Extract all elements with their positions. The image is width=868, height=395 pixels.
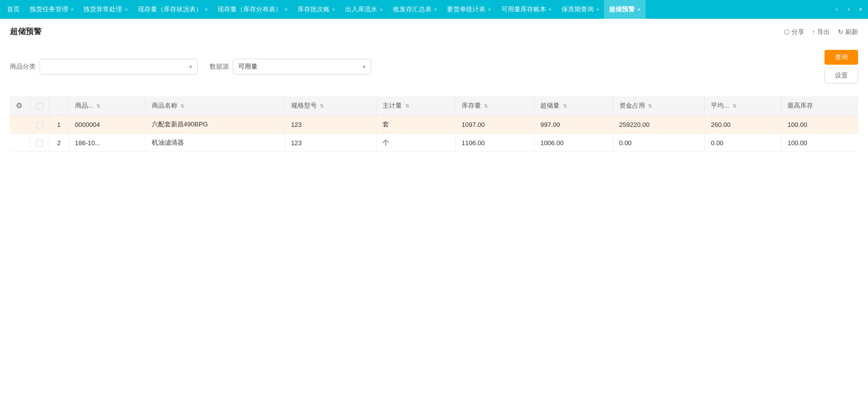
row1-overstock: 997.00 bbox=[534, 116, 613, 134]
close-task-mgmt[interactable]: × bbox=[71, 6, 74, 12]
close-in-out-flow[interactable]: × bbox=[380, 6, 383, 12]
settings-button[interactable]: 设置 bbox=[825, 68, 858, 83]
close-order-stat[interactable]: × bbox=[488, 6, 491, 12]
filter-buttons: 查询 设置 bbox=[825, 50, 858, 83]
row2-product-name: 机油滤清器 bbox=[145, 134, 285, 152]
sort-capital-icon: ⇅ bbox=[648, 103, 652, 109]
nav-overstock-warning[interactable]: 超储预警 × bbox=[604, 0, 645, 19]
row2-unit: 个 bbox=[377, 134, 455, 152]
row1-avg: 260.00 bbox=[705, 116, 781, 134]
row2-num: 2 bbox=[49, 134, 69, 152]
export-link[interactable]: ↑ 导出 bbox=[812, 28, 830, 37]
nav-batch-account[interactable]: 库存批次账 × bbox=[293, 0, 340, 19]
nav-inventory-dist[interactable]: 现存量（库存分布表） × bbox=[213, 0, 292, 19]
row1-settings-cell bbox=[10, 116, 30, 134]
close-available-account[interactable]: × bbox=[549, 6, 552, 12]
row1-spec: 123 bbox=[285, 116, 377, 134]
nav-inventory-status[interactable]: 现存量（库存状况表） × bbox=[133, 0, 213, 19]
row1-checkbox-cell[interactable] bbox=[30, 116, 49, 134]
datasource-value: 可用量 bbox=[238, 62, 258, 71]
page-title: 超储预警 bbox=[10, 27, 42, 37]
nav-home[interactable]: 首页 bbox=[2, 0, 25, 19]
row2-overstock: 1006.00 bbox=[534, 134, 613, 152]
row1-max-stock: 100.00 bbox=[781, 116, 858, 134]
close-collect-total[interactable]: × bbox=[434, 6, 437, 12]
row2-settings-cell bbox=[10, 134, 30, 152]
table-row: 1 0000004 六配套新昌490BPG 123 套 1097.00 997.… bbox=[10, 116, 858, 134]
header-actions: ⬡ 分享 ↑ 导出 ↻ 刷新 bbox=[784, 28, 859, 37]
nav-abnormal[interactable]: 拣货异常处理 × bbox=[79, 0, 132, 19]
row1-checkbox[interactable] bbox=[36, 121, 43, 128]
nav-quality-check[interactable]: 保质期查询 × bbox=[557, 0, 604, 19]
sort-product-code-icon: ⇅ bbox=[96, 103, 100, 109]
category-filter: 商品分类 ▾ bbox=[10, 59, 198, 75]
nav-in-out-flow[interactable]: 出入库流水 × bbox=[340, 0, 388, 19]
export-icon: ↑ bbox=[812, 28, 816, 36]
close-quality-check[interactable]: × bbox=[596, 6, 599, 12]
nav-available-account[interactable]: 可用量库存账本 × bbox=[496, 0, 557, 19]
table-body: 1 0000004 六配套新昌490BPG 123 套 1097.00 997.… bbox=[10, 116, 858, 152]
sort-unit-icon: ⇅ bbox=[405, 103, 409, 109]
row2-checkbox-cell[interactable] bbox=[30, 134, 49, 152]
nav-task-mgmt[interactable]: 拣货任务管理 × bbox=[25, 0, 79, 19]
col-row-num bbox=[49, 96, 69, 116]
row2-capital: 0.00 bbox=[613, 134, 705, 152]
row2-avg: 0.00 bbox=[705, 134, 781, 152]
top-nav: 首页 拣货任务管理 × 拣货异常处理 × 现存量（库存状况表） × 现存量（库存… bbox=[0, 0, 868, 19]
nav-prev-arrow[interactable]: ‹ bbox=[831, 0, 842, 19]
category-label: 商品分类 bbox=[10, 62, 36, 71]
category-arrow-icon: ▾ bbox=[189, 64, 192, 70]
table-row: 2 186-10... 机油滤清器 123 个 1106.00 1006.00 … bbox=[10, 134, 858, 152]
datasource-filter: 数据源 可用量 ▾ bbox=[210, 59, 371, 75]
col-select-all[interactable] bbox=[30, 96, 49, 116]
row1-inventory: 1097.00 bbox=[455, 116, 534, 134]
nav-next-arrow[interactable]: › bbox=[843, 0, 854, 19]
col-inventory[interactable]: 库存量 ⇅ bbox=[455, 96, 534, 116]
col-unit[interactable]: 主计量 ⇅ bbox=[377, 96, 455, 116]
row1-product-code: 0000004 bbox=[69, 116, 145, 134]
nav-close-arrow[interactable]: × bbox=[855, 0, 866, 19]
close-abnormal[interactable]: × bbox=[125, 6, 128, 12]
close-inventory-status[interactable]: × bbox=[205, 6, 208, 12]
row1-capital: 259220.00 bbox=[613, 116, 705, 134]
col-avg[interactable]: 平均... ⇅ bbox=[705, 96, 781, 116]
sort-spec-icon: ⇅ bbox=[320, 103, 324, 109]
col-settings[interactable]: ⚙ bbox=[10, 96, 30, 116]
datasource-select[interactable]: 可用量 ▾ bbox=[233, 59, 371, 75]
datasource-arrow-icon: ▾ bbox=[363, 64, 366, 70]
col-product-name[interactable]: 商品名称 ⇅ bbox=[145, 96, 285, 116]
refresh-link[interactable]: ↻ 刷新 bbox=[838, 28, 858, 37]
page-header: 超储预警 ⬡ 分享 ↑ 导出 ↻ 刷新 bbox=[10, 27, 858, 37]
data-table: ⚙ 商品... ⇅ 商品名称 ⇅ 规格型号 ⇅ bbox=[10, 96, 858, 152]
col-spec[interactable]: 规格型号 ⇅ bbox=[285, 96, 377, 116]
col-capital[interactable]: 资金占用 ⇅ bbox=[613, 96, 705, 116]
close-batch-account[interactable]: × bbox=[332, 6, 335, 12]
select-all-checkbox[interactable] bbox=[36, 103, 43, 110]
category-select[interactable]: ▾ bbox=[40, 59, 198, 75]
share-link[interactable]: ⬡ 分享 bbox=[784, 28, 804, 37]
row1-product-name: 六配套新昌490BPG bbox=[145, 116, 285, 134]
sort-overstock-icon: ⇅ bbox=[563, 103, 567, 109]
row2-max-stock: 100.00 bbox=[781, 134, 858, 152]
row1-unit: 套 bbox=[377, 116, 455, 134]
sort-inventory-icon: ⇅ bbox=[484, 103, 488, 109]
query-button[interactable]: 查询 bbox=[825, 50, 858, 65]
row2-inventory: 1106.00 bbox=[455, 134, 534, 152]
row2-product-code: 186-10... bbox=[69, 134, 145, 152]
nav-collect-total[interactable]: 收发存汇总表 × bbox=[388, 0, 442, 19]
close-overstock-warning[interactable]: × bbox=[637, 6, 640, 12]
filter-area: 商品分类 ▾ 数据源 可用量 ▾ 查询 设置 bbox=[10, 45, 858, 88]
row2-spec: 123 bbox=[285, 134, 377, 152]
share-icon: ⬡ bbox=[784, 28, 789, 36]
refresh-icon: ↻ bbox=[838, 28, 843, 36]
row2-checkbox[interactable] bbox=[36, 140, 43, 147]
col-product-code[interactable]: 商品... ⇅ bbox=[69, 96, 145, 116]
close-inventory-dist[interactable]: × bbox=[284, 6, 287, 12]
row1-num: 1 bbox=[49, 116, 69, 134]
datasource-label: 数据源 bbox=[210, 62, 229, 71]
col-overstock[interactable]: 超储量 ⇅ bbox=[534, 96, 613, 116]
col-max-stock[interactable]: 最高库存 bbox=[781, 96, 858, 116]
sort-product-name-icon: ⇅ bbox=[180, 103, 184, 109]
table-gear-icon[interactable]: ⚙ bbox=[16, 101, 22, 110]
nav-order-stat[interactable]: 要货单统计表 × bbox=[442, 0, 496, 19]
